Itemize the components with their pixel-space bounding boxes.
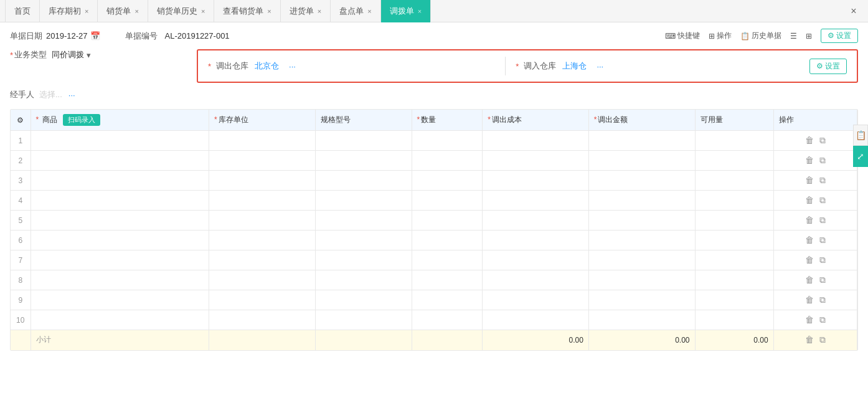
unit-cell[interactable] (209, 270, 316, 290)
spec-cell[interactable] (315, 131, 412, 151)
available-cell[interactable] (695, 231, 773, 250)
scan-input-button[interactable]: 扫码录入 (63, 114, 100, 126)
goods-cell[interactable] (31, 290, 209, 310)
unit-cell[interactable] (209, 191, 316, 211)
close-tab-view-sales[interactable]: × (267, 7, 271, 15)
sidebar-expand-icon[interactable]: ⤢ (853, 146, 868, 167)
amount-cell[interactable] (588, 151, 695, 171)
qty-cell[interactable] (412, 191, 483, 211)
available-cell[interactable] (695, 270, 773, 290)
unit-cell[interactable] (209, 290, 316, 310)
cost-cell[interactable] (483, 131, 589, 151)
goods-cell[interactable] (31, 131, 209, 151)
close-tab-sales-history[interactable]: × (201, 7, 205, 15)
unit-cell[interactable] (209, 250, 316, 270)
copy-row-icon[interactable]: ⧉ (819, 315, 826, 325)
tab-home[interactable]: 首页 (5, 0, 40, 22)
unit-cell[interactable] (209, 131, 316, 151)
qty-cell[interactable] (412, 250, 483, 270)
goods-cell[interactable] (31, 250, 209, 270)
goods-cell[interactable] (31, 171, 209, 191)
qty-cell[interactable] (412, 171, 483, 191)
settings-button[interactable]: ⚙ 设置 (821, 29, 858, 43)
unit-cell[interactable] (209, 151, 316, 171)
copy-row-icon[interactable]: ⧉ (819, 175, 826, 185)
cost-cell[interactable] (483, 191, 589, 211)
cost-cell[interactable] (483, 270, 589, 290)
tab-view-sales[interactable]: 查看销货单 × (214, 0, 280, 22)
amount-cell[interactable] (588, 131, 695, 151)
qty-cell[interactable] (412, 310, 483, 330)
qty-cell[interactable] (412, 290, 483, 310)
amount-cell[interactable] (588, 310, 695, 330)
goods-cell[interactable] (31, 151, 209, 171)
warehouse-settings-button[interactable]: ⚙ 设置 (809, 59, 847, 74)
delete-row-icon[interactable]: 🗑 (805, 315, 814, 325)
available-cell[interactable] (695, 191, 773, 211)
copy-row-icon[interactable]: ⧉ (819, 135, 826, 145)
copy-row-icon[interactable]: ⧉ (819, 295, 826, 305)
goods-cell[interactable] (31, 211, 209, 231)
operations-btn[interactable]: ⊞ 操作 (709, 31, 732, 41)
copy-row-icon[interactable]: ⧉ (819, 235, 826, 245)
view-toggle-grid[interactable]: ⊞ (806, 32, 812, 40)
spec-cell[interactable] (315, 270, 412, 290)
in-warehouse-more[interactable]: ··· (597, 62, 603, 71)
out-warehouse-more[interactable]: ··· (289, 62, 296, 71)
cost-cell[interactable] (483, 151, 589, 171)
cost-cell[interactable] (483, 290, 589, 310)
settings-col-header[interactable]: ⚙ (11, 110, 31, 131)
delete-row-icon[interactable]: 🗑 (805, 295, 814, 305)
available-cell[interactable] (695, 171, 773, 191)
unit-cell[interactable] (209, 171, 316, 191)
qty-cell[interactable] (412, 131, 483, 151)
close-tab-inventory-init[interactable]: × (85, 7, 88, 15)
goods-cell[interactable] (31, 270, 209, 290)
cost-cell[interactable] (483, 171, 589, 191)
copy-icon[interactable]: ⧉ (819, 335, 826, 345)
cost-cell[interactable] (483, 310, 589, 330)
tab-purchase-order[interactable]: 进货单 × (281, 0, 331, 22)
amount-cell[interactable] (588, 290, 695, 310)
qty-cell[interactable] (412, 211, 483, 231)
available-cell[interactable] (695, 211, 773, 231)
amount-cell[interactable] (588, 211, 695, 231)
tab-transfer-order[interactable]: 调拨单 × (381, 0, 431, 22)
available-cell[interactable] (695, 151, 773, 171)
history-btn[interactable]: 📋 历史单据 (740, 31, 781, 41)
delete-row-icon[interactable]: 🗑 (805, 215, 814, 225)
tab-inventory-init[interactable]: 库存期初 × (40, 0, 98, 22)
available-cell[interactable] (695, 250, 773, 270)
qty-cell[interactable] (412, 151, 483, 171)
tab-inventory-check[interactable]: 盘点单 × (331, 0, 380, 22)
qty-cell[interactable] (412, 270, 483, 290)
spec-cell[interactable] (315, 191, 412, 211)
delete-row-icon[interactable]: 🗑 (805, 175, 814, 185)
available-cell[interactable] (695, 131, 773, 151)
amount-cell[interactable] (588, 191, 695, 211)
business-type-dropdown-icon[interactable]: ▾ (87, 50, 91, 60)
handler-value[interactable]: 选择... (39, 89, 62, 100)
goods-cell[interactable] (31, 231, 209, 250)
copy-row-icon[interactable]: ⧉ (819, 195, 826, 205)
cost-cell[interactable] (483, 211, 589, 231)
close-tab-purchase-order[interactable]: × (318, 7, 321, 15)
available-cell[interactable] (695, 290, 773, 310)
sidebar-doc-icon[interactable]: 📋 (853, 125, 868, 146)
cost-cell[interactable] (483, 250, 589, 270)
delete-row-icon[interactable]: 🗑 (805, 195, 814, 205)
spec-cell[interactable] (315, 231, 412, 250)
spec-cell[interactable] (315, 211, 412, 231)
spec-cell[interactable] (315, 290, 412, 310)
copy-row-icon[interactable]: ⧉ (819, 155, 826, 165)
amount-cell[interactable] (588, 231, 695, 250)
close-tab-inventory-check[interactable]: × (367, 7, 371, 15)
close-tab-transfer-order[interactable]: × (418, 7, 422, 15)
delete-row-icon[interactable]: 🗑 (805, 155, 814, 165)
view-toggle-list[interactable]: ☰ (790, 32, 797, 40)
tab-sales-order[interactable]: 销货单 × (98, 0, 148, 22)
copy-row-icon[interactable]: ⧉ (819, 215, 826, 225)
goods-cell[interactable] (31, 310, 209, 330)
close-tab-sales-order[interactable]: × (134, 7, 138, 15)
copy-row-icon[interactable]: ⧉ (819, 275, 826, 285)
